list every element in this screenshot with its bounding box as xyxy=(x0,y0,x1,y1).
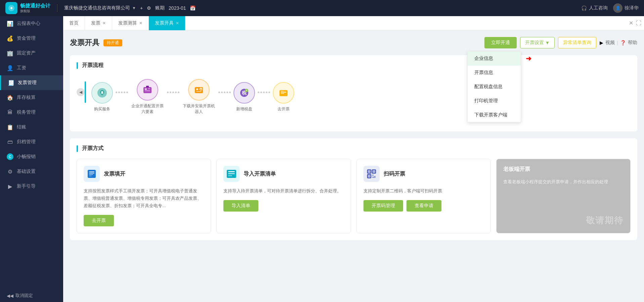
sidebar-item-archive[interactable]: 🗃 归档管理 xyxy=(0,135,63,149)
invoice-settings-btn[interactable]: 开票设置 ▼ xyxy=(520,37,555,48)
fund-icon: 💰 xyxy=(7,35,13,42)
sidebar-item-fund[interactable]: 💰 资金管理 xyxy=(0,31,63,46)
process-scroll-left[interactable]: ◀ xyxy=(77,88,85,96)
svg-rect-3 xyxy=(143,87,152,93)
svg-rect-35 xyxy=(372,175,374,176)
app-container: 畅捷通好会计 旗舰版 重庆畅捷交通信息咨询有限公司 ▼ + ⚙ 账期 2023-… xyxy=(0,0,644,302)
settings-dropdown-menu: 企业信息 ➜ 开票信息 配置税盘信息 打印机管理 xyxy=(467,51,521,122)
help-circle-icon: ❓ xyxy=(620,40,626,45)
sidebar-item-invoice[interactable]: 🧾 发票管理 xyxy=(0,75,63,90)
boss-invoice-title: 老板端开票 xyxy=(503,166,530,173)
step-icon-buy-service xyxy=(91,82,113,104)
svg-rect-34 xyxy=(368,175,370,177)
sidebar: 📊 云报表中心 💰 资金管理 🏢 固定资产 👤 工资 🧾 发票管理 xyxy=(0,16,63,302)
svg-rect-36 xyxy=(374,176,376,178)
video-help-area: ▶ 视频 | ❓ 帮助 xyxy=(600,40,637,46)
page-content: 发票开具 待开通 立即开通 开票设置 ▼ xyxy=(63,30,644,302)
sidebar-item-cloud-report[interactable]: 📊 云报表中心 xyxy=(0,16,63,31)
method-card-fill-invoice: 发票填开 支持按照发票样式手工填开发票；可开具增值税电子普通发票、增值税普通发票… xyxy=(77,159,211,233)
sidebar-items: 📊 云报表中心 💰 资金管理 🏢 固定资产 👤 工资 🧾 发票管理 xyxy=(0,16,63,194)
sidebar-label-inventory: 库存核算 xyxy=(17,95,36,101)
import-invoice-header: 导入开票清单 xyxy=(223,166,344,182)
dropdown-tax-disk[interactable]: 配置税盘信息 xyxy=(468,80,521,94)
process-steps: ◀ 购买服务 xyxy=(77,76,631,125)
dropdown-invoice-info[interactable]: 开票信息 xyxy=(468,66,521,80)
add-company-btn[interactable]: + xyxy=(140,5,143,11)
view-apply-btn[interactable]: 查看申请 xyxy=(406,200,441,212)
inventory-icon: 🏠 xyxy=(7,94,13,101)
header-actions: 立即开通 开票设置 ▼ 企业信息 ➜ xyxy=(484,37,638,48)
tab-home[interactable]: 首页 xyxy=(63,16,85,30)
step-label-company-config: 企业开通配置开票六要素 xyxy=(131,103,164,115)
tab-close-btn[interactable]: ✕ xyxy=(629,20,633,26)
dropdown-printer-label: 打印机管理 xyxy=(474,98,498,103)
headset-icon: 🎧 xyxy=(581,5,587,11)
calendar-icon[interactable]: 📅 xyxy=(190,5,196,11)
import-list-btn[interactable]: 导入清单 xyxy=(223,200,258,212)
tab-expand-btn[interactable]: ⛶ xyxy=(636,20,641,26)
tab-invoice-calc[interactable]: 发票测算 ✕ xyxy=(112,16,149,30)
qr-manage-btn[interactable]: 开票码管理 xyxy=(363,200,403,212)
coming-soon-overlay: 敬请期待 xyxy=(586,215,624,226)
page-header: 发票开具 待开通 立即开通 开票设置 ▼ xyxy=(70,37,637,48)
sidebar-item-xiao-report[interactable]: C 小畅报销 xyxy=(0,149,63,164)
sidebar-item-settlement[interactable]: 📋 结账 xyxy=(0,120,63,135)
help-btn[interactable]: 帮助 xyxy=(628,40,637,46)
svg-rect-24 xyxy=(89,176,92,176)
dropdown-company-info[interactable]: 企业信息 ➜ xyxy=(468,51,521,66)
sidebar-item-inventory[interactable]: 🏠 库存核算 xyxy=(0,90,63,105)
user-name: 徐泽华 xyxy=(625,5,639,11)
step-label-buy-service: 购买服务 xyxy=(94,106,110,112)
svg-point-2 xyxy=(101,91,103,93)
dropdown-arrow-icon: ▼ xyxy=(545,40,550,45)
user-area[interactable]: 👤 徐泽华 xyxy=(613,3,639,13)
tab-invoice-close[interactable]: ✕ xyxy=(102,21,106,26)
step-icon-download-install xyxy=(188,79,210,101)
abnormal-list-btn[interactable]: 异常清单查询 xyxy=(558,37,596,48)
xiao-report-icon: C xyxy=(7,153,13,160)
title-accent xyxy=(77,62,78,69)
go-invoice-btn[interactable]: 去开票 xyxy=(84,215,114,226)
settlement-icon: 📋 xyxy=(7,124,13,130)
sidebar-item-guide[interactable]: ▶ 新手引导 xyxy=(0,179,63,194)
sidebar-item-fixed-assets[interactable]: 🏢 固定资产 xyxy=(0,46,63,61)
tab-invoice[interactable]: 发票 ✕ xyxy=(85,16,112,30)
fixed-assets-icon: 🏢 xyxy=(7,50,13,56)
main-area: 📊 云报表中心 💰 资金管理 🏢 固定资产 👤 工资 🧾 发票管理 xyxy=(0,16,644,302)
sidebar-label-invoice: 发票管理 xyxy=(18,80,37,86)
top-right: 🎧 人工咨询 👤 徐泽华 xyxy=(581,3,639,13)
boss-invoice-desc: 查看老板端小程序提交的开票申请，并作出相应的处理 xyxy=(503,178,624,186)
video-btn[interactable]: 视频 xyxy=(605,40,615,46)
svg-rect-37 xyxy=(372,177,374,178)
activate-btn[interactable]: 立即开通 xyxy=(484,37,517,48)
sidebar-collapse-btn[interactable]: ◀◀ 取消固定 xyxy=(0,289,63,302)
sidebar-item-settings[interactable]: ⚙ 基础设置 xyxy=(0,164,63,179)
content-area: 首页 发票 ✕ 发票测算 ✕ 发票开具 ✕ ✕ ⛶ xyxy=(63,16,644,302)
step-left-border xyxy=(85,81,86,103)
tab-actions: ✕ ⛶ xyxy=(629,20,644,26)
sidebar-item-tax[interactable]: 🏛 税务管理 xyxy=(0,105,63,120)
collapse-label: 取消固定 xyxy=(15,293,33,299)
tab-invoice-issue-close[interactable]: ✕ xyxy=(176,21,179,26)
tab-invoice-calc-close[interactable]: ✕ xyxy=(139,21,142,26)
svg-rect-11 xyxy=(196,91,202,92)
svg-rect-5 xyxy=(148,88,150,89)
dropdown-download-client[interactable]: 下载开票客户端 xyxy=(468,108,521,122)
sidebar-label-fixed-assets: 固定资产 xyxy=(17,50,36,56)
tab-invoice-issue[interactable]: 发票开具 ✕ xyxy=(149,16,185,30)
support-area[interactable]: 🎧 人工咨询 xyxy=(581,5,608,11)
sidebar-item-salary[interactable]: 👤 工资 xyxy=(0,61,63,75)
settings-btn-wrapper: 开票设置 ▼ 企业信息 ➜ 开票信息 xyxy=(520,37,555,48)
settings-icon[interactable]: ⚙ xyxy=(147,5,151,11)
step-add-tax-disk: 税+ 新增税盘 xyxy=(233,82,255,112)
archive-icon: 🗃 xyxy=(7,139,13,145)
fill-invoice-desc: 支持按照发票样式手工填开发票；可开具增值税电子普通发票、增值税普通发票、增值税专… xyxy=(84,187,204,210)
methods-grid: 发票填开 支持按照发票样式手工填开发票；可开具增值税电子普通发票、增值税普通发票… xyxy=(77,159,631,233)
scan-invoice-desc: 支持定制开票二维码，客户端可扫码开票 xyxy=(363,187,484,195)
step-company-config: 企业开通配置开票六要素 xyxy=(131,79,164,115)
import-invoice-icon xyxy=(223,166,240,182)
company-selector[interactable]: 重庆畅捷交通信息咨询有限公司 ▼ xyxy=(64,5,136,11)
sidebar-label-tax: 税务管理 xyxy=(17,109,36,115)
dropdown-printer[interactable]: 打印机管理 xyxy=(468,94,521,108)
connector-3 xyxy=(218,91,231,93)
